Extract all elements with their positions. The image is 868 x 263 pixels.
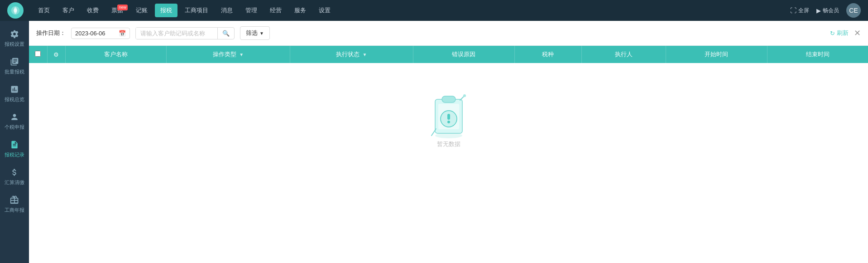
th-op-type: 操作类型 ▼ xyxy=(167,46,290,63)
data-table: ⚙ 客户名称 操作类型 ▼ 执行状态 ▼ xyxy=(29,46,868,166)
empty-state: 暂无数据 xyxy=(29,63,868,166)
th-end-time: 结束时间 xyxy=(767,46,868,63)
empty-illustration xyxy=(426,90,471,140)
svg-rect-3 xyxy=(442,96,456,102)
tax-records-icon xyxy=(10,140,19,150)
table-body: 暂无数据 xyxy=(29,63,868,166)
nav-operations[interactable]: 经营 xyxy=(264,4,287,17)
toolbar: 操作日期： 2023-06-06 📅 🔍 筛选 ▼ ↻ 刷新 ✕ xyxy=(29,21,868,46)
nav-messages[interactable]: 消息 xyxy=(216,4,238,17)
sidebar-item-tax-records[interactable]: 报税记录 xyxy=(0,135,29,163)
sidebar-label-batch-tax: 批量报税 xyxy=(5,68,24,75)
sidebar-item-batch-tax[interactable]: 批量报税 xyxy=(0,52,29,80)
main-layout: 报税设置 批量报税 报税总览 个税申报 xyxy=(0,21,868,263)
column-settings-icon[interactable]: ⚙ xyxy=(53,51,59,58)
nav-services[interactable]: 服务 xyxy=(289,4,312,17)
close-button[interactable]: ✕ xyxy=(854,29,861,37)
vip-icon: ▶ xyxy=(816,7,821,14)
nav-items: 首页 客户 收费 票据 new 记账 报税 工商项目 消息 管理 经营 服务 设… xyxy=(33,4,790,17)
vip-btn[interactable]: ▶ 畅会员 xyxy=(816,7,839,15)
new-badge: new xyxy=(117,5,128,10)
fullscreen-btn[interactable]: ⛶ 全屏 xyxy=(790,7,809,15)
sidebar-label-tax-records: 报税记录 xyxy=(5,151,24,158)
th-gear: ⚙ xyxy=(47,46,65,63)
chevron-down-icon: ▼ xyxy=(259,31,264,36)
svg-point-1 xyxy=(435,133,462,138)
th-customer: 客户名称 xyxy=(65,46,167,63)
nav-billing[interactable]: 收费 xyxy=(82,4,104,17)
sidebar-item-settlement[interactable]: 汇算清缴 xyxy=(0,163,29,190)
svg-point-0 xyxy=(14,8,17,12)
sidebar-item-tax-summary[interactable]: 报税总览 xyxy=(0,80,29,107)
annual-report-icon xyxy=(10,195,19,205)
select-all-checkbox[interactable] xyxy=(35,51,41,57)
filter-button[interactable]: 筛选 ▼ xyxy=(240,26,270,40)
th-error-reason: 错误原因 xyxy=(413,46,514,63)
sidebar: 报税设置 批量报税 报税总览 个税申报 xyxy=(0,21,29,263)
table-header: ⚙ 客户名称 操作类型 ▼ 执行状态 ▼ xyxy=(29,46,868,63)
fullscreen-icon: ⛶ xyxy=(790,7,796,14)
nav-business[interactable]: 工商项目 xyxy=(179,4,214,17)
nav-accounts[interactable]: 记账 xyxy=(130,4,153,17)
th-tax-type: 税种 xyxy=(514,46,581,63)
top-nav: 首页 客户 收费 票据 new 记账 报税 工商项目 消息 管理 经营 服务 设… xyxy=(0,0,868,21)
sidebar-label-annual-report: 工商年报 xyxy=(5,207,24,214)
search-input[interactable] xyxy=(136,28,217,39)
sidebar-label-settlement: 汇算清缴 xyxy=(5,179,24,186)
svg-rect-6 xyxy=(447,114,450,120)
date-picker[interactable]: 2023-06-06 📅 xyxy=(71,28,130,39)
date-label: 操作日期： xyxy=(36,29,66,37)
table-container: ⚙ 客户名称 操作类型 ▼ 执行状态 ▼ xyxy=(29,46,868,263)
th-exec-status: 执行状态 ▼ xyxy=(290,46,413,63)
search-wrap: 🔍 xyxy=(135,27,235,39)
th-checkbox xyxy=(29,46,47,63)
tax-settings-icon xyxy=(10,29,19,39)
logo[interactable] xyxy=(7,2,24,19)
op-type-sort-icon[interactable]: ▼ xyxy=(239,52,244,57)
th-executor: 执行人 xyxy=(581,46,666,63)
sidebar-item-tax-settings[interactable]: 报税设置 xyxy=(0,24,29,52)
nav-home[interactable]: 首页 xyxy=(33,4,55,17)
user-avatar[interactable]: CE xyxy=(846,3,861,18)
nav-settings[interactable]: 设置 xyxy=(313,4,336,17)
personal-tax-icon xyxy=(10,112,19,122)
date-input[interactable]: 2023-06-06 xyxy=(75,30,116,37)
nav-invoice[interactable]: 票据 new xyxy=(106,4,129,17)
th-start-time: 开始时间 xyxy=(666,46,767,63)
sidebar-label-personal-tax: 个税申报 xyxy=(5,124,24,131)
sidebar-label-tax-settings: 报税设置 xyxy=(5,41,24,48)
nav-right: ⛶ 全屏 ▶ 畅会员 CE xyxy=(790,3,861,18)
batch-tax-icon xyxy=(10,57,19,67)
settlement-icon xyxy=(10,167,19,177)
exec-status-sort-icon[interactable]: ▼ xyxy=(362,52,367,57)
svg-point-10 xyxy=(463,94,466,97)
empty-row: 暂无数据 xyxy=(29,63,868,166)
search-button[interactable]: 🔍 xyxy=(217,28,234,39)
filter-label: 筛选 xyxy=(246,29,258,37)
sidebar-item-annual-report[interactable]: 工商年报 xyxy=(0,190,29,218)
content-area: 操作日期： 2023-06-06 📅 🔍 筛选 ▼ ↻ 刷新 ✕ xyxy=(29,21,868,263)
sidebar-item-personal-tax[interactable]: 个税申报 xyxy=(0,107,29,135)
refresh-icon: ↻ xyxy=(830,30,835,37)
toolbar-right: ↻ 刷新 ✕ xyxy=(830,29,861,37)
nav-tax[interactable]: 报税 xyxy=(155,4,177,17)
refresh-button[interactable]: ↻ 刷新 xyxy=(830,29,849,37)
tax-summary-icon xyxy=(10,84,19,94)
svg-point-7 xyxy=(447,121,450,123)
empty-text: 暂无数据 xyxy=(437,140,460,148)
sidebar-label-tax-summary: 报税总览 xyxy=(5,96,24,103)
calendar-icon: 📅 xyxy=(119,30,126,37)
nav-management[interactable]: 管理 xyxy=(240,4,263,17)
nav-customer[interactable]: 客户 xyxy=(57,4,80,17)
